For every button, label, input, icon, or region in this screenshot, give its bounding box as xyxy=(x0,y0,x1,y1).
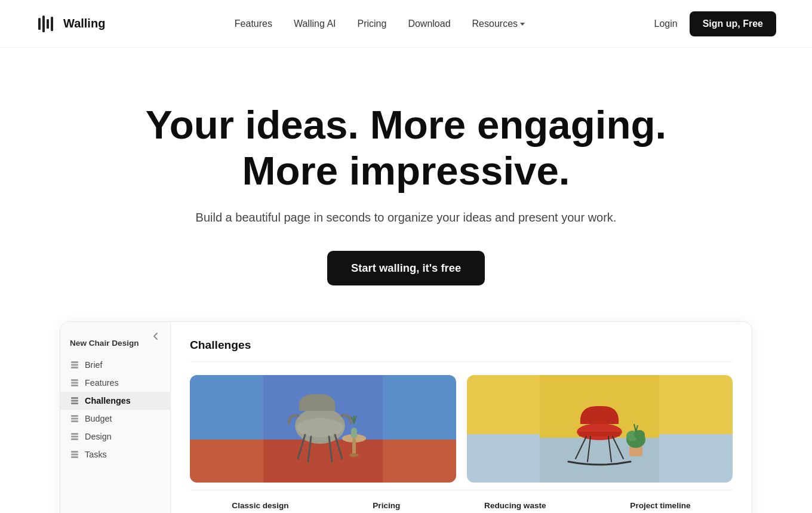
card-2[interactable] xyxy=(467,375,733,483)
hero-headline: Your ideas. More engaging. More impressi… xyxy=(137,102,675,194)
svg-point-32 xyxy=(349,453,359,457)
svg-point-25 xyxy=(296,418,344,437)
label-classic-design: Classic design xyxy=(232,501,288,510)
svg-rect-1 xyxy=(42,16,45,32)
layers-icon xyxy=(70,450,79,459)
svg-rect-21 xyxy=(71,456,78,458)
svg-rect-20 xyxy=(71,453,78,455)
demo-main-content: Challenges xyxy=(171,322,752,513)
chevron-left-icon xyxy=(152,332,160,340)
hero-subtext: Build a beautiful page in seconds to org… xyxy=(12,211,800,225)
nav-links: Features Walling AI Pricing Download Res… xyxy=(235,19,525,29)
nav-auth: Login Sign up, Free xyxy=(654,11,776,36)
svg-rect-14 xyxy=(71,417,78,419)
svg-rect-40 xyxy=(579,432,620,437)
svg-rect-12 xyxy=(71,403,78,404)
svg-rect-0 xyxy=(38,18,41,30)
nav-link-download[interactable]: Download xyxy=(408,19,450,29)
nav-link-pricing[interactable]: Pricing xyxy=(358,19,387,29)
sidebar-item-design[interactable]: Design xyxy=(60,428,170,446)
demo-section-title: Challenges xyxy=(190,339,733,362)
logo-text: Walling xyxy=(63,17,105,30)
login-button[interactable]: Login xyxy=(654,19,677,29)
layers-icon xyxy=(70,396,79,406)
svg-rect-23 xyxy=(263,440,383,483)
card-1[interactable] xyxy=(190,375,456,483)
demo-section: New Chair Design Brief Features Challeng… xyxy=(60,321,752,513)
sidebar-item-features[interactable]: Features xyxy=(60,374,170,392)
cards-grid xyxy=(190,375,733,483)
walling-logo-icon xyxy=(36,13,57,35)
resources-chevron-icon xyxy=(520,23,525,26)
cta-button[interactable]: Start walling, it's free xyxy=(327,251,485,285)
nav-link-resources[interactable]: Resources xyxy=(472,19,525,29)
demo-sidebar: New Chair Design Brief Features Challeng… xyxy=(60,322,171,513)
svg-rect-17 xyxy=(71,435,78,437)
logo-link[interactable]: Walling xyxy=(36,13,105,35)
label-reducing-waste: Reducing waste xyxy=(484,501,546,510)
svg-rect-33 xyxy=(351,428,357,438)
svg-rect-2 xyxy=(47,19,49,29)
svg-rect-9 xyxy=(71,385,78,386)
sidebar-item-budget[interactable]: Budget xyxy=(60,410,170,428)
label-pricing: Pricing xyxy=(373,501,400,510)
svg-rect-18 xyxy=(71,438,78,440)
svg-rect-15 xyxy=(71,420,78,422)
card-1-image xyxy=(190,375,456,483)
sidebar-item-tasks[interactable]: Tasks xyxy=(60,446,170,463)
chair-2-illustration xyxy=(540,375,659,483)
chair-1-illustration xyxy=(263,375,383,483)
svg-rect-7 xyxy=(71,379,78,381)
card-2-image xyxy=(467,375,733,483)
svg-rect-19 xyxy=(71,451,78,453)
svg-rect-3 xyxy=(51,17,53,31)
svg-rect-31 xyxy=(352,438,356,455)
svg-rect-4 xyxy=(71,361,78,363)
layers-icon xyxy=(70,432,79,441)
layers-icon xyxy=(70,414,79,423)
label-project-timeline: Project timeline xyxy=(630,501,690,510)
sidebar-toggle-button[interactable] xyxy=(149,329,163,343)
svg-rect-6 xyxy=(71,367,78,368)
svg-rect-10 xyxy=(71,397,78,399)
bottom-labels: Classic design Pricing Reducing waste Pr… xyxy=(190,490,733,513)
svg-rect-11 xyxy=(71,400,78,401)
svg-rect-8 xyxy=(71,382,78,383)
svg-rect-16 xyxy=(71,433,78,435)
navbar: Walling Features Walling AI Pricing Down… xyxy=(0,0,812,48)
sidebar-item-challenges[interactable]: Challenges xyxy=(60,392,170,410)
layers-icon xyxy=(70,378,79,388)
svg-rect-5 xyxy=(71,364,78,365)
hero-section: Your ideas. More engaging. More impressi… xyxy=(0,48,812,321)
layers-icon xyxy=(70,360,79,370)
sidebar-item-brief[interactable]: Brief xyxy=(60,356,170,374)
signup-button[interactable]: Sign up, Free xyxy=(690,11,776,36)
svg-rect-13 xyxy=(71,415,78,417)
nav-link-features[interactable]: Features xyxy=(235,19,272,29)
nav-link-walling-ai[interactable]: Walling AI xyxy=(294,19,336,29)
